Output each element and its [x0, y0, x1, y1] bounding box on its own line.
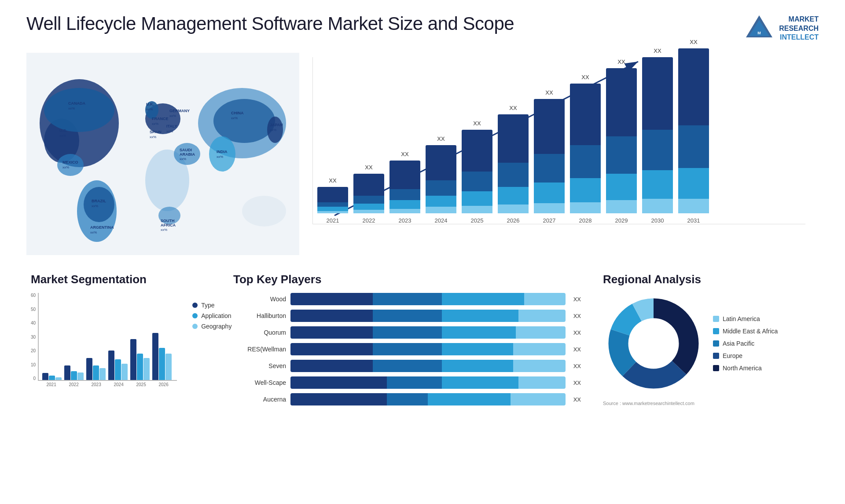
player-row-seven: Seven XX	[233, 360, 581, 372]
bar-chart-section: XX 2021 XX	[304, 53, 819, 264]
svg-text:xx%: xx%	[152, 122, 158, 126]
legend-middle-east: Middle East & Africa	[713, 328, 778, 335]
type-dot	[192, 303, 198, 308]
bar-chart-bars: XX 2021 XX	[312, 57, 805, 224]
donut-container: Latin America Middle East & Africa Asia …	[603, 293, 814, 394]
svg-text:xx%: xx%	[217, 155, 223, 159]
svg-text:xx%: xx%	[90, 230, 97, 234]
segmentation-title: Market Segmentation	[31, 273, 211, 286]
player-bar-quorum	[290, 326, 566, 339]
seg-bar-2023	[86, 358, 106, 380]
player-name-seven: Seven	[233, 362, 286, 369]
svg-text:SAUDI: SAUDI	[180, 148, 192, 152]
svg-text:ARABIA: ARABIA	[180, 152, 195, 157]
svg-point-7	[57, 154, 84, 176]
bar-label-2021: XX	[329, 177, 336, 184]
svg-text:xx%: xx%	[161, 228, 167, 232]
player-name-aucerna: Aucerna	[233, 396, 286, 403]
svg-text:SOUTH: SOUTH	[161, 219, 175, 223]
source-text: Source : www.marketresearchintellect.com	[603, 401, 814, 406]
svg-text:xx%: xx%	[169, 114, 176, 118]
seg-bar-2021	[42, 373, 62, 380]
svg-text:U.S.: U.S.	[59, 128, 67, 133]
bar-2026: XX 2026	[498, 105, 529, 224]
bar-2031: XX 2031	[678, 39, 709, 224]
logo: M MARKET RESEARCH INTELLECT	[744, 13, 819, 44]
application-dot	[192, 313, 198, 318]
svg-text:INDIA: INDIA	[217, 150, 228, 154]
svg-text:GERMANY: GERMANY	[169, 109, 190, 113]
legend-europe: Europe	[713, 352, 778, 359]
bar-2030: XX 2030	[642, 47, 673, 224]
north-america-color	[713, 365, 719, 371]
svg-text:SPAIN: SPAIN	[150, 130, 162, 134]
svg-text:AFRICA: AFRICA	[161, 223, 176, 227]
player-row-wood: Wood XX	[233, 293, 581, 305]
svg-point-16	[213, 99, 275, 143]
logo-text: MARKET RESEARCH INTELLECT	[779, 15, 819, 42]
svg-point-6	[44, 88, 114, 132]
seg-geo-2021	[55, 377, 62, 380]
player-xx-wellscape: XX	[573, 380, 581, 386]
player-name-wellscape: Well-Scape	[233, 379, 286, 386]
player-row-halliburton: Halliburton XX	[233, 310, 581, 322]
svg-text:xx%: xx%	[231, 116, 238, 120]
player-xx-halliburton: XX	[573, 313, 581, 319]
svg-text:BRAZIL: BRAZIL	[92, 199, 106, 203]
bar-2028: XX 2028	[570, 74, 601, 224]
seg-bar-2025	[130, 339, 150, 380]
svg-text:xx%: xx%	[59, 134, 66, 138]
svg-point-17	[209, 136, 235, 172]
player-name-quorum: Quorum	[233, 329, 286, 336]
bar-2024: XX 2024	[426, 135, 456, 224]
player-bar-seven	[290, 360, 566, 372]
svg-text:JAPAN: JAPAN	[270, 123, 283, 127]
player-bar-res	[290, 343, 566, 355]
seg-bar-2024	[108, 351, 128, 380]
seg-app-2021	[49, 376, 55, 380]
legend-north-america: North America	[713, 365, 778, 372]
player-row-aucerna: Aucerna XX	[233, 393, 581, 405]
bar-2023: XX 2023	[389, 151, 420, 224]
svg-text:CHINA: CHINA	[231, 111, 244, 115]
bar-2021: XX 2021	[317, 177, 348, 224]
player-name-res: RES(Wellman	[233, 346, 286, 353]
asia-pacific-color	[713, 340, 719, 347]
svg-text:xx%: xx%	[146, 107, 153, 111]
svg-text:xx%: xx%	[150, 135, 156, 139]
player-row-quorum: Quorum XX	[233, 326, 581, 339]
regional-section: Regional Analysis	[599, 273, 819, 504]
legend-latin-america: Latin America	[713, 315, 778, 322]
player-xx-wood: XX	[573, 296, 581, 303]
latin-america-color	[713, 316, 719, 322]
svg-point-19	[242, 196, 286, 226]
players-list: Wood XX Halliburton	[233, 293, 581, 405]
svg-text:xx%: xx%	[166, 129, 173, 133]
svg-text:FRANCE: FRANCE	[152, 117, 169, 121]
bar-2029: XX 2029	[606, 58, 637, 224]
seg-bar-2022	[64, 365, 84, 380]
player-xx-seven: XX	[573, 363, 581, 369]
regional-title: Regional Analysis	[603, 273, 814, 286]
player-bar-halliburton	[290, 310, 566, 322]
svg-text:ITALY: ITALY	[166, 124, 177, 128]
page-title: Well Lifecycle Management Software Marke…	[26, 13, 514, 34]
map-section: CANADA xx% U.S. xx% MEXICO xx% BRAZIL xx…	[26, 53, 299, 264]
middle-east-color	[713, 328, 719, 334]
svg-text:M: M	[757, 31, 761, 35]
bar-chart-wrapper: XX 2021 XX	[312, 57, 805, 251]
svg-text:xx%: xx%	[92, 204, 98, 208]
segmentation-section: Market Segmentation 60 50 40 30 20 10	[26, 273, 216, 504]
main-grid: CANADA xx% U.S. xx% MEXICO xx% BRAZIL xx…	[26, 53, 819, 504]
svg-text:xx%: xx%	[62, 165, 69, 169]
svg-point-60	[629, 319, 678, 368]
players-title: Top Key Players	[233, 273, 581, 286]
svg-text:U.K.: U.K.	[146, 102, 154, 106]
svg-point-9	[84, 187, 114, 222]
svg-text:xx%: xx%	[180, 157, 186, 161]
europe-color	[713, 353, 719, 359]
players-section: Top Key Players Wood XX	[224, 273, 590, 504]
player-xx-aucerna: XX	[573, 396, 581, 403]
donut-legend: Latin America Middle East & Africa Asia …	[713, 315, 778, 372]
player-xx-quorum: XX	[573, 329, 581, 336]
